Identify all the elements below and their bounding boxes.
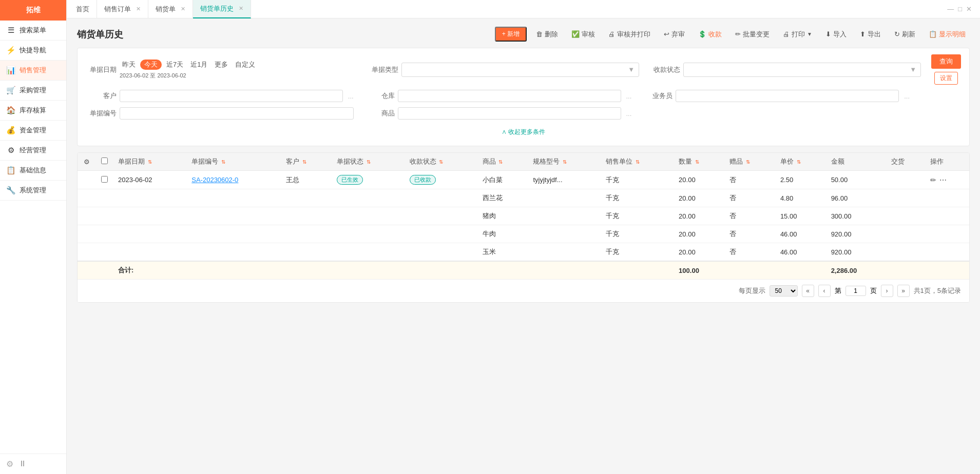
- collect-button[interactable]: 💲 收款: [694, 28, 726, 41]
- batch-change-button[interactable]: ✏ 批量变更: [731, 28, 774, 41]
- last-page-button[interactable]: »: [897, 285, 910, 297]
- row-actions-cell: [925, 225, 969, 243]
- col-payment-status[interactable]: 收款状态 ⇅: [405, 153, 477, 171]
- quick-nav-icon: ⚡: [6, 46, 15, 55]
- customer-input[interactable]: [120, 90, 343, 102]
- shortcut-today[interactable]: 今天: [140, 60, 162, 70]
- goods-input[interactable]: [398, 107, 621, 120]
- row-customer: [281, 243, 332, 262]
- col-gear[interactable]: ⚙: [78, 153, 96, 171]
- basic-info-icon: 📋: [6, 166, 15, 175]
- row-amount: 300.00: [826, 207, 886, 225]
- abandon-button[interactable]: ↩ 弃审: [660, 28, 689, 41]
- sidebar-item-finance-mgmt[interactable]: 💰 资金管理: [0, 121, 66, 141]
- new-button[interactable]: + 新增: [495, 27, 527, 42]
- delete-button[interactable]: 🗑 删除: [532, 28, 562, 41]
- row-check: [96, 225, 113, 243]
- select-all-checkbox[interactable]: [101, 157, 108, 164]
- close-button[interactable]: ✕: [966, 5, 972, 13]
- tab-sales-history-close[interactable]: ✕: [239, 5, 243, 12]
- next-page-button[interactable]: ›: [881, 285, 893, 297]
- page-title: 销货单历史: [77, 28, 123, 41]
- date-range: 2023-06-02 至 2023-06-02: [120, 72, 357, 80]
- row-goods: 西兰花: [477, 189, 528, 207]
- sidebar-item-basic-info[interactable]: 📋 基础信息: [0, 161, 66, 181]
- sort-unit-price-icon: ⇅: [797, 159, 801, 165]
- shortcut-7days[interactable]: 近7天: [164, 60, 186, 70]
- import-button[interactable]: ⬇ 导入: [821, 28, 851, 41]
- minimize-button[interactable]: —: [947, 5, 954, 13]
- payment-status-select[interactable]: ▼: [683, 63, 921, 77]
- col-doc-status[interactable]: 单据状态 ⇅: [332, 153, 405, 171]
- pause-bottom-icon[interactable]: ⏸: [18, 459, 27, 469]
- sidebar-item-inventory[interactable]: 🏠 库存核算: [0, 101, 66, 121]
- edit-action-button[interactable]: ✏: [930, 176, 936, 184]
- warehouse-input[interactable]: [398, 90, 621, 102]
- warehouse-label: 仓库: [364, 91, 395, 101]
- tab-home[interactable]: 首页: [69, 0, 97, 18]
- collapse-button[interactable]: ∧ 收起更多条件: [86, 125, 961, 140]
- refresh-icon: ↻: [894, 30, 900, 38]
- shortcut-yesterday[interactable]: 昨天: [120, 60, 138, 70]
- salesperson-input[interactable]: [676, 90, 899, 102]
- col-gift[interactable]: 赠品 ⇅: [724, 153, 775, 171]
- export-button[interactable]: ⬆ 导出: [856, 28, 885, 41]
- doc-no-input[interactable]: [120, 107, 354, 120]
- prev-page-button[interactable]: ‹: [818, 285, 831, 297]
- row-actions-cell: [925, 189, 969, 207]
- row-gear: [78, 207, 96, 225]
- tab-sales-order[interactable]: 销售订单 ✕: [97, 0, 148, 18]
- audit-print-button[interactable]: 🖨 审核并打印: [604, 28, 655, 41]
- print-dropdown-icon: ▼: [807, 31, 812, 37]
- col-check: [96, 153, 113, 171]
- col-unit-price[interactable]: 单价 ⇅: [775, 153, 826, 171]
- total-actions: [925, 261, 969, 279]
- col-goods[interactable]: 商品 ⇅: [477, 153, 528, 171]
- col-customer[interactable]: 客户 ⇅: [281, 153, 332, 171]
- sidebar-item-system-mgmt[interactable]: 🔧 系统管理: [0, 181, 66, 201]
- sort-doc-no-icon: ⇅: [221, 159, 225, 165]
- maximize-button[interactable]: □: [958, 5, 962, 13]
- first-page-button[interactable]: «: [802, 285, 814, 297]
- doc-type-select[interactable]: ▼: [401, 63, 639, 77]
- settings-bottom-icon[interactable]: ⚙: [6, 459, 13, 469]
- goods-dots[interactable]: ...: [626, 110, 632, 117]
- tab-sales-order-close[interactable]: ✕: [136, 6, 141, 12]
- show-details-button[interactable]: 📋 显示明细: [925, 28, 970, 41]
- more-action-button[interactable]: ⋯: [939, 176, 947, 184]
- tab-sales-history[interactable]: 销货单历史 ✕: [193, 0, 251, 18]
- sidebar-item-purchase-mgmt[interactable]: 🛒 采购管理: [0, 81, 66, 101]
- col-spec[interactable]: 规格型号 ⇅: [528, 153, 601, 171]
- shortcut-more[interactable]: 更多: [212, 60, 230, 70]
- row-date: [113, 225, 186, 243]
- sidebar-item-sales-mgmt[interactable]: 📊 销售管理: [0, 61, 66, 81]
- row-date: 2023-06-02: [113, 171, 186, 189]
- col-date[interactable]: 单据日期 ⇅: [113, 153, 186, 171]
- page-input[interactable]: [846, 286, 866, 296]
- print-button[interactable]: 🖨 打印 ▼: [779, 28, 816, 41]
- col-doc-no[interactable]: 单据编号 ⇅: [186, 153, 281, 171]
- sidebar-item-operation-mgmt[interactable]: ⚙ 经营管理: [0, 141, 66, 161]
- col-sales-unit[interactable]: 销售单位 ⇅: [601, 153, 674, 171]
- sidebar-item-quick-nav[interactable]: ⚡ 快捷导航: [0, 41, 66, 61]
- row-gift: 否: [724, 207, 775, 225]
- audit-button[interactable]: ✅ 审核: [567, 28, 599, 41]
- customer-dots[interactable]: ...: [348, 92, 354, 100]
- row-doc-no: [186, 189, 281, 207]
- salesperson-dots[interactable]: ...: [904, 92, 910, 100]
- tab-sales-delivery[interactable]: 销货单 ✕: [148, 0, 193, 18]
- tab-sales-delivery-close[interactable]: ✕: [181, 6, 185, 12]
- settings-button[interactable]: 设置: [934, 72, 958, 85]
- doc-no-link[interactable]: SA-20230602-0: [191, 176, 238, 184]
- query-button[interactable]: 查询: [931, 54, 961, 69]
- page-size-select[interactable]: 50 100 200: [770, 285, 798, 297]
- row-payment-status: [405, 207, 477, 225]
- row-trade: [886, 189, 925, 207]
- warehouse-dots[interactable]: ...: [626, 92, 632, 100]
- col-qty[interactable]: 数量 ⇅: [674, 153, 724, 171]
- refresh-button[interactable]: ↻ 刷新: [890, 28, 919, 41]
- shortcut-custom[interactable]: 自定义: [233, 60, 258, 70]
- shortcut-1month[interactable]: 近1月: [188, 60, 210, 70]
- row-checkbox[interactable]: [101, 176, 108, 183]
- sidebar-item-search-menu[interactable]: ☰ 搜索菜单: [0, 21, 66, 41]
